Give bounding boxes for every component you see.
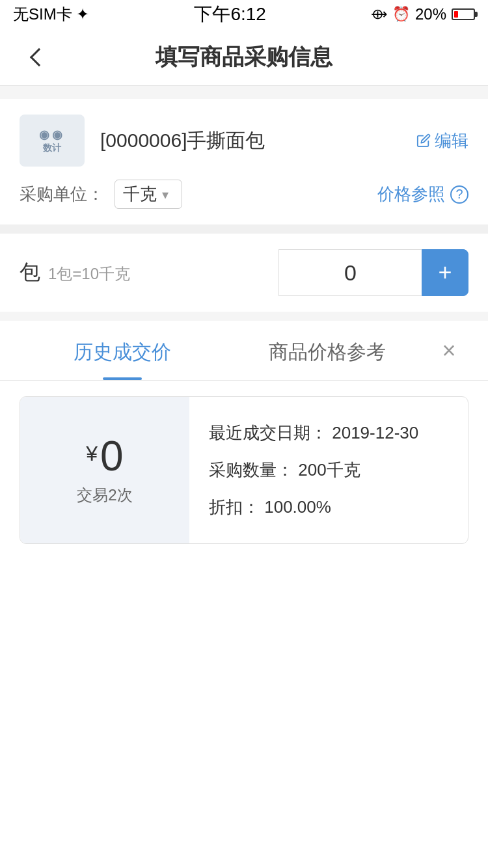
back-arrow-icon	[30, 47, 48, 66]
quantity-input[interactable]: 0	[278, 249, 422, 296]
close-icon: ×	[442, 337, 455, 364]
product-unit-row: 采购单位： 千克 ▾ 价格参照 ?	[20, 180, 468, 209]
battery-percent: 20%	[415, 5, 446, 23]
unit-sub-label: 1包=10千克	[48, 264, 130, 284]
tab-history-price[interactable]: 历史成交价	[20, 321, 224, 380]
price-detail-date: 最近成交日期： 2019-12-30	[209, 420, 448, 446]
status-time: 下午6:12	[194, 2, 266, 27]
tab-product-price-ref[interactable]: 商品价格参考	[224, 321, 429, 380]
price-detail-quantity-label: 采购数量：	[209, 460, 293, 480]
price-detail-date-value: 2019-12-30	[332, 423, 418, 442]
battery-icon	[452, 8, 475, 20]
unit-label-group: 包 1包=10千克	[20, 258, 130, 287]
price-reference-button[interactable]: 价格参照 ?	[377, 183, 468, 206]
carrier-text: 无SIM卡 ✦	[13, 4, 89, 25]
price-value: 0	[100, 435, 124, 477]
tab-product-price-ref-label: 商品价格参考	[269, 341, 386, 362]
quantity-plus-button[interactable]: +	[422, 249, 468, 296]
unit-big-label: 包	[20, 258, 40, 287]
edit-icon	[416, 133, 431, 148]
status-right: ⟴ ⏰ 20%	[371, 5, 475, 23]
tabs-header: 历史成交价 商品价格参考 ×	[0, 321, 488, 381]
plus-icon: +	[438, 261, 452, 284]
page-header: 填写商品采购信息	[0, 29, 488, 86]
price-right: 最近成交日期： 2019-12-30 采购数量： 200千克 折扣： 100.0…	[189, 397, 468, 543]
price-detail-discount-label: 折扣：	[209, 497, 260, 517]
tab-history-price-label: 历史成交价	[74, 341, 171, 362]
quantity-value: 0	[344, 260, 357, 286]
price-ref-label: 价格参照	[377, 183, 445, 206]
price-detail-quantity-value: 200千克	[298, 460, 360, 480]
price-trade-count: 交易2次	[77, 485, 132, 506]
price-currency: ¥	[86, 442, 98, 466]
product-image: ◉◉ 数计	[20, 115, 85, 167]
price-card: ¥ 0 交易2次 最近成交日期： 2019-12-30 采购数量： 200千克 …	[20, 396, 468, 544]
status-carrier: 无SIM卡 ✦	[13, 4, 89, 25]
location-icon: ⟴	[371, 6, 387, 23]
price-left: ¥ 0 交易2次	[20, 397, 189, 543]
unit-value: 千克	[123, 183, 157, 206]
tab-close-button[interactable]: ×	[429, 331, 468, 370]
main-content-area	[0, 560, 488, 868]
dropdown-arrow-icon: ▾	[162, 187, 169, 202]
page-title: 填写商品采购信息	[59, 42, 429, 72]
tabs-section: 历史成交价 商品价格参考 × ¥ 0 交易2次 最近成交日期： 2019-12-…	[0, 321, 488, 560]
back-button[interactable]	[20, 38, 59, 77]
unit-label: 采购单位：	[20, 183, 104, 206]
price-detail-discount: 折扣： 100.00%	[209, 495, 448, 520]
section-divider	[0, 224, 488, 234]
quantity-row: 包 1包=10千克 0 +	[0, 234, 488, 312]
price-card-wrapper: ¥ 0 交易2次 最近成交日期： 2019-12-30 采购数量： 200千克 …	[0, 381, 488, 560]
unit-left: 采购单位： 千克 ▾	[20, 180, 182, 209]
price-detail-discount-value: 100.00%	[264, 497, 331, 517]
status-bar: 无SIM卡 ✦ 下午6:12 ⟴ ⏰ 20%	[0, 0, 488, 29]
edit-label: 编辑	[435, 129, 468, 152]
price-amount: ¥ 0	[86, 435, 123, 477]
quantity-control: 0 +	[278, 249, 468, 296]
alarm-icon: ⏰	[392, 6, 410, 23]
product-name: [0000006]手撕面包	[100, 128, 416, 154]
logo-text: 数计	[43, 143, 61, 152]
product-top-row: ◉◉ 数计 [0000006]手撕面包 编辑	[20, 115, 468, 167]
product-card: ◉◉ 数计 [0000006]手撕面包 编辑 采购单位： 千克 ▾ 价格参照 ?	[0, 99, 488, 224]
price-detail-date-label: 最近成交日期：	[209, 423, 327, 442]
price-detail-quantity: 采购数量： 200千克	[209, 457, 448, 483]
product-logo: ◉◉ 数计	[39, 129, 65, 152]
edit-button[interactable]: 编辑	[416, 129, 468, 152]
unit-select-dropdown[interactable]: 千克 ▾	[115, 180, 182, 209]
help-icon: ?	[450, 185, 468, 204]
